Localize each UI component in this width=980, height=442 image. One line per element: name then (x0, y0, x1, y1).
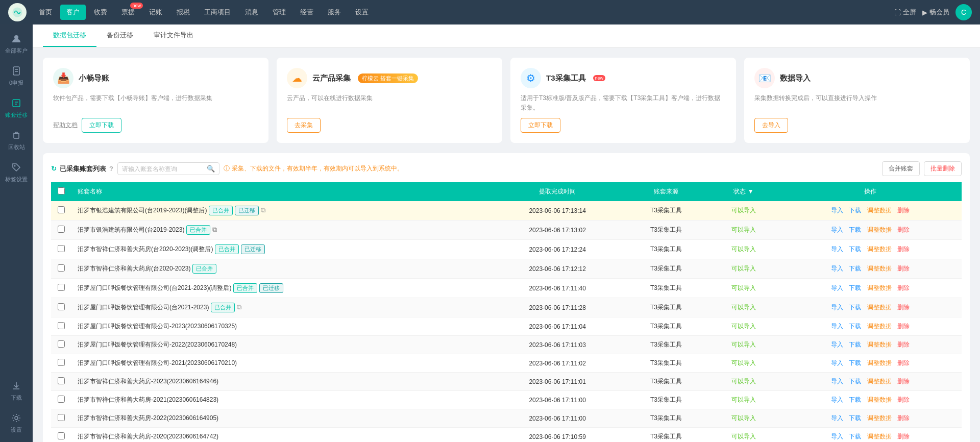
row-checkbox[interactable] (58, 284, 65, 291)
action-download[interactable]: 下载 (849, 396, 861, 403)
sidebar-item-migrate[interactable]: 账套迁移 (0, 93, 33, 123)
tab-data-migration[interactable]: 数据包迁移 (43, 24, 96, 47)
nav-client[interactable]: 客户 (60, 5, 86, 20)
row-checkbox[interactable] (58, 264, 65, 272)
action-download[interactable]: 下载 (849, 414, 861, 422)
action-delete[interactable]: 删除 (897, 226, 910, 233)
action-delete[interactable]: 删除 (897, 304, 910, 311)
row-checkbox[interactable] (58, 245, 65, 252)
copy-icon[interactable]: ⧉ (261, 206, 265, 214)
fullscreen-button[interactable]: ⛶ 全屏 (894, 8, 916, 17)
sidebar-item-recycle[interactable]: 回收站 (0, 125, 33, 155)
search-input[interactable] (122, 165, 204, 173)
action-import[interactable]: 导入 (831, 304, 843, 311)
action-download[interactable]: 下载 (849, 378, 861, 385)
member-button[interactable]: ▶ 畅会员 (922, 8, 949, 17)
action-import[interactable]: 导入 (831, 226, 843, 233)
sidebar-item-tag-settings[interactable]: 标签设置 (0, 157, 33, 187)
tab-audit-export[interactable]: 审计文件导出 (143, 24, 204, 47)
action-adjust[interactable]: 调整数据 (867, 284, 892, 291)
nav-ticket[interactable]: 票据 new (115, 5, 141, 20)
action-adjust[interactable]: 调整数据 (867, 433, 892, 440)
action-adjust[interactable]: 调整数据 (867, 359, 892, 366)
nav-tax[interactable]: 报税 (170, 5, 196, 20)
action-delete[interactable]: 删除 (897, 433, 910, 440)
row-checkbox[interactable] (58, 377, 65, 384)
copy-icon[interactable]: ⧉ (237, 303, 241, 311)
action-delete[interactable]: 删除 (897, 207, 910, 214)
action-delete[interactable]: 删除 (897, 414, 910, 422)
action-adjust[interactable]: 调整数据 (867, 245, 892, 253)
action-download[interactable]: 下载 (849, 284, 861, 291)
nav-manage[interactable]: 管理 (266, 5, 292, 20)
nav-settings[interactable]: 设置 (349, 5, 375, 20)
action-delete[interactable]: 删除 (897, 341, 910, 348)
action-download[interactable]: 下载 (849, 341, 861, 348)
action-delete[interactable]: 删除 (897, 245, 910, 253)
action-delete[interactable]: 删除 (897, 378, 910, 385)
action-download[interactable]: 下载 (849, 323, 861, 330)
card-btn-xiaochangdaozhang[interactable]: 立即下载 (82, 118, 121, 133)
action-adjust[interactable]: 调整数据 (867, 207, 892, 214)
row-checkbox[interactable] (58, 414, 65, 421)
action-delete[interactable]: 删除 (897, 265, 910, 272)
row-checkbox[interactable] (58, 322, 65, 329)
nav-business[interactable]: 工商项目 (198, 5, 237, 20)
action-import[interactable]: 导入 (831, 414, 843, 422)
sidebar-item-zero-declaration[interactable]: 0申报 (0, 61, 33, 91)
merge-button[interactable]: 合并账套 (882, 161, 920, 176)
search-button[interactable]: 🔍 (207, 165, 215, 173)
refresh-icon[interactable]: ↻ (51, 165, 57, 173)
action-import[interactable]: 导入 (831, 265, 843, 272)
card-help-link-1[interactable]: 帮助文档 (53, 121, 78, 130)
row-checkbox[interactable] (58, 396, 65, 403)
card-btn-yunpincai[interactable]: 去采集 (287, 118, 321, 133)
action-download[interactable]: 下载 (849, 226, 861, 233)
row-checkbox[interactable] (58, 340, 65, 348)
action-adjust[interactable]: 调整数据 (867, 304, 892, 311)
action-download[interactable]: 下载 (849, 433, 861, 440)
action-download[interactable]: 下载 (849, 359, 861, 366)
nav-home[interactable]: 首页 (33, 5, 58, 20)
action-import[interactable]: 导入 (831, 245, 843, 253)
nav-operation[interactable]: 经营 (294, 5, 320, 20)
action-adjust[interactable]: 调整数据 (867, 396, 892, 403)
sidebar-item-settings[interactable]: 设置 (0, 408, 33, 438)
action-download[interactable]: 下载 (849, 265, 861, 272)
action-delete[interactable]: 删除 (897, 284, 910, 291)
select-all-checkbox[interactable] (58, 187, 65, 194)
action-import[interactable]: 导入 (831, 359, 843, 366)
tab-backup-migration[interactable]: 备份迁移 (96, 24, 143, 47)
sidebar-item-all-clients[interactable]: 全部客户 (0, 29, 33, 59)
row-checkbox[interactable] (58, 359, 65, 366)
action-import[interactable]: 导入 (831, 323, 843, 330)
batch-delete-button[interactable]: 批量删除 (924, 161, 962, 176)
nav-fee[interactable]: 收费 (88, 5, 113, 20)
action-download[interactable]: 下载 (849, 245, 861, 253)
action-adjust[interactable]: 调整数据 (867, 378, 892, 385)
sidebar-item-download[interactable]: 下载 (0, 376, 33, 406)
card-btn-shujudaoru[interactable]: 去导入 (754, 118, 788, 133)
row-checkbox[interactable] (58, 206, 65, 213)
action-adjust[interactable]: 调整数据 (867, 226, 892, 233)
action-delete[interactable]: 删除 (897, 359, 910, 366)
action-delete[interactable]: 删除 (897, 323, 910, 330)
action-import[interactable]: 导入 (831, 433, 843, 440)
action-download[interactable]: 下载 (849, 207, 861, 214)
action-adjust[interactable]: 调整数据 (867, 265, 892, 272)
help-icon[interactable]: ? (109, 165, 113, 173)
col-status[interactable]: 状态 ▼ (708, 182, 779, 201)
row-checkbox[interactable] (58, 226, 65, 233)
action-download[interactable]: 下载 (849, 304, 861, 311)
action-adjust[interactable]: 调整数据 (867, 323, 892, 330)
nav-bookkeep[interactable]: 记账 (143, 5, 168, 20)
action-import[interactable]: 导入 (831, 396, 843, 403)
row-checkbox[interactable] (58, 303, 65, 310)
card-btn-t3caiji[interactable]: 立即下载 (521, 118, 560, 133)
copy-icon[interactable]: ⧉ (212, 226, 217, 233)
nav-service[interactable]: 服务 (322, 5, 347, 20)
action-import[interactable]: 导入 (831, 378, 843, 385)
action-import[interactable]: 导入 (831, 341, 843, 348)
action-adjust[interactable]: 调整数据 (867, 341, 892, 348)
action-adjust[interactable]: 调整数据 (867, 414, 892, 422)
